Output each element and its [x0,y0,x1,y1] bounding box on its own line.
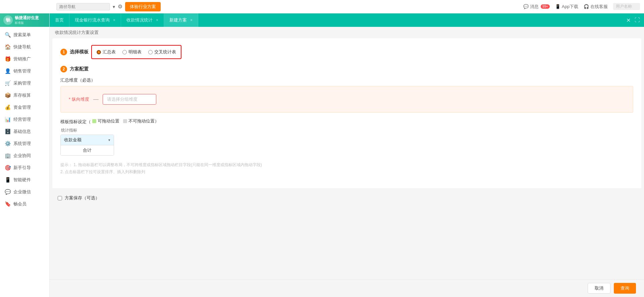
tab-cash-flow-label: 现金银行流水查询 [75,17,110,23]
footer: 取消 查询 [50,279,644,297]
radio-detail-input[interactable] [122,50,127,54]
body-wrapper: 畅 畅捷通好生意 标准版 🔍 搜索菜单 🏠 快捷导航 🎁 营销推广 [0,13,644,297]
save-section: 方案保存（可选） [50,191,644,205]
step1-number: 1 [60,49,67,55]
search-menu-icon: 🔍 [5,32,11,38]
cancel-button[interactable]: 取消 [588,283,610,294]
right-panel: 首页 现金银行流水查询 × 收款情况统计 × 新建方案 × ✕ ⛶ [50,13,644,297]
message-icon: 💬 [523,4,529,9]
sidebar: 畅 畅捷通好生意 标准版 🔍 搜索菜单 🏠 快捷导航 🎁 营销推广 [0,13,50,297]
logo-sub-text: 标准版 [15,21,39,25]
radio-summary[interactable]: 汇总表 [97,49,116,55]
sidebar-label-guide: 新手引导 [13,165,31,171]
radio-detail-label: 明细表 [128,49,142,55]
wechat-icon: 💬 [5,189,11,195]
tab-receipt-stats[interactable]: 收款情况统计 × [121,13,164,27]
step2-number: 2 [60,66,67,72]
radio-cross-input[interactable] [148,50,153,54]
sidebar-item-system[interactable]: ⚙️ 系统管理 [0,138,49,150]
sidebar-item-member[interactable]: 🔖 畅会员 [0,198,49,210]
save-checkbox[interactable] [58,196,62,200]
guide-icon: 🎯 [5,165,11,171]
radio-cross-label: 交叉统计表 [154,49,176,55]
chevron-down-icon[interactable]: ▾ [113,4,115,9]
radio-cross[interactable]: 交叉统计表 [148,49,176,55]
metrics-section-label: 统计指标 [60,128,633,133]
breadcrumb-input[interactable] [56,3,110,10]
download-btn[interactable]: 📱 App下载 [555,4,578,10]
finance-icon: 💰 [5,104,11,110]
message-btn[interactable]: 💬 消息 99+ [523,4,550,10]
tab-home[interactable]: 首页 [50,13,69,27]
tab-new-plan-close[interactable]: × [190,18,193,22]
template-selector: 汇总表 明细表 交叉统计表 [91,45,181,59]
tip2: 2. 点击标题栏下拉可设置排序、插入列和删除列 [60,169,633,175]
dimension-section-title: 汇总维度（必选） [60,77,633,83]
metrics-col1-label: 收款金额 [64,137,82,143]
download-icon: 📱 [555,4,560,9]
dimension-select-box[interactable]: 请选择分组维度 [103,94,156,105]
tab-home-label: 首页 [55,17,64,23]
metrics-col1-header[interactable]: 收款金额 ▾ [61,135,114,145]
sidebar-label-search-menu: 搜索菜单 [13,32,31,38]
step2-title: 方案配置 [70,66,89,72]
sidebar-item-basic-info[interactable]: 🗄️ 基础信息 [0,126,49,138]
tab-cash-flow-close[interactable]: × [113,18,115,22]
hint-draggable-label: 可拖动位置 [98,118,119,124]
metrics-section-header: 模板指标设定（ 可拖动位置 不可拖动位置） [60,118,633,125]
metrics-col1-chevron[interactable]: ▾ [108,138,110,142]
form-container: 1 选择模板 汇总表 明细表 [52,38,641,188]
tab-cash-flow[interactable]: 现金银行流水查询 × [69,13,121,27]
sidebar-label-purchase: 采购管理 [13,80,31,86]
tab-close-window-btn[interactable]: ✕ [625,16,632,25]
operations-icon: 📊 [5,116,11,122]
dimension-container: 纵向维度 — 请选择分组维度 [60,86,633,113]
tab-receipt-stats-close[interactable]: × [156,18,158,22]
config-section: 汇总维度（必选） 纵向维度 — 请选择分组维度 模板指标设定（ [60,77,633,175]
member-icon: 🔖 [5,201,11,207]
tip1: 提示： 1. 拖动标题栏可以调整布局，不可跨维度或指标区域拖动栏目字段(只能在同… [60,162,633,168]
step2-header: 2 方案配置 [60,66,633,72]
service-btn[interactable]: 🎧 在线客服 [584,4,608,10]
sidebar-item-quick-nav[interactable]: 🏠 快捷导航 [0,41,49,53]
sidebar-item-marketing[interactable]: 🎁 营销推广 [0,53,49,65]
radio-summary-label: 汇总表 [103,49,116,55]
tab-new-plan[interactable]: 新建方案 × [164,13,198,27]
tab-bar-actions: ✕ ⛶ [625,13,644,27]
sidebar-item-finance[interactable]: 💰 资金管理 [0,101,49,113]
arrow-right-icon: — [93,96,99,102]
tab-new-plan-label: 新建方案 [169,17,187,23]
save-label: 方案保存（可选） [65,195,100,201]
app-wrapper: ▾ ⚙ 体验行业方案 💬 消息 99+ 📱 App下载 🎧 在线客服 用户名称 [0,0,644,297]
tab-bar: 首页 现金银行流水查询 × 收款情况统计 × 新建方案 × ✕ ⛶ [50,13,644,27]
sidebar-item-inventory[interactable]: 📦 库存核算 [0,89,49,101]
service-icon: 🎧 [584,4,589,9]
basic-info-icon: 🗄️ [5,129,11,135]
user-name: 用户名称 [613,3,640,10]
gear-icon[interactable]: ⚙ [118,3,122,10]
tab-maximize-btn[interactable]: ⛶ [633,16,641,24]
draggable-indicator [92,119,96,123]
sidebar-item-purchase[interactable]: 🛒 采购管理 [0,77,49,89]
industry-btn[interactable]: 体验行业方案 [125,2,161,11]
radio-summary-input[interactable] [97,50,101,54]
purchase-icon: 🛒 [5,80,11,86]
metrics-section-title-text: 模板指标设定（ [60,119,91,124]
radio-detail[interactable]: 明细表 [122,49,142,55]
sidebar-label-smart-hw: 智能硬件 [13,177,31,183]
sidebar-item-enterprise[interactable]: 🏢 企业协同 [0,150,49,162]
non-draggable-indicator [123,119,127,123]
metrics-table-area: 统计指标 收款金额 ▾ 合计 [60,128,633,157]
logo-texts: 畅捷通好生意 标准版 [15,15,39,25]
step1-section: 1 选择模板 汇总表 明细表 [60,45,633,59]
sidebar-logo: 畅 畅捷通好生意 标准版 [0,13,49,27]
query-button[interactable]: 查询 [614,283,636,294]
sidebar-item-search-menu[interactable]: 🔍 搜索菜单 [0,29,49,41]
sidebar-item-operations[interactable]: 📊 经营管理 [0,113,49,126]
sidebar-item-wechat[interactable]: 💬 企业微信 [0,186,49,198]
sidebar-item-sales[interactable]: 👤 销售管理 [0,65,49,77]
sidebar-item-guide[interactable]: 🎯 新手引导 [0,162,49,174]
sidebar-label-system: 系统管理 [13,141,31,147]
sidebar-item-smart-hw[interactable]: 📱 智能硬件 [0,174,49,186]
sidebar-label-sales: 销售管理 [13,68,31,74]
